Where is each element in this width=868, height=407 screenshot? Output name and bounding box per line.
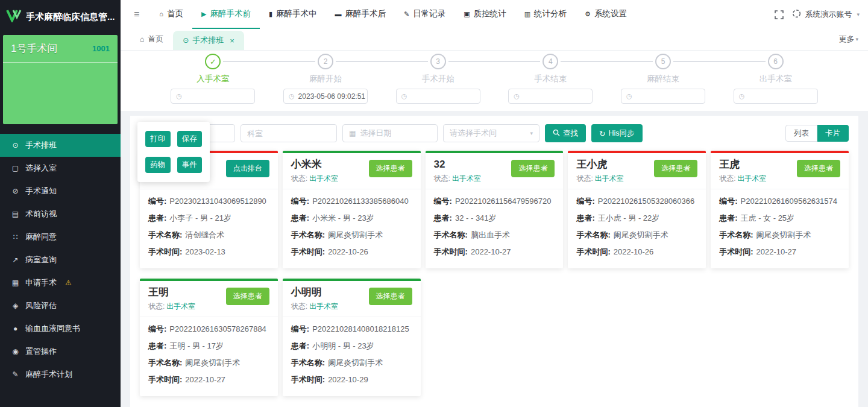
step-time-value: 2023-05-06 09:02:51 xyxy=(298,92,365,101)
step-time-input[interactable]: ◷ xyxy=(621,89,705,104)
tab-surgery-schedule[interactable]: ⊙ 手术排班 × xyxy=(173,31,244,50)
nav-item-label: 麻醉手术中 xyxy=(276,8,317,19)
patient-info-value: 小李子 - 男 - 21岁 xyxy=(169,213,231,222)
operation-name: 手术名称:清创缝合术 xyxy=(148,230,269,241)
his-sync-label: His同步 xyxy=(608,128,634,139)
operation-time-label: 手术时间: xyxy=(291,375,325,384)
patient-no: 编号:P202210261505328060366 xyxy=(576,196,697,207)
sidebar-item-label: 输血血液同意书 xyxy=(25,323,80,334)
step-time-input[interactable]: ◷ xyxy=(508,89,593,104)
more-dropdown[interactable]: 更多 ▾ xyxy=(838,28,858,50)
status-badge[interactable]: 出手术室 xyxy=(452,174,481,183)
search-icon xyxy=(553,129,560,138)
status-badge[interactable]: 出手术室 xyxy=(738,174,767,183)
schedule-icon: ⊙ xyxy=(11,141,20,150)
patient-no-label: 编号: xyxy=(148,197,166,206)
nav-item-pre-op[interactable]: ▶麻醉手术前 xyxy=(192,0,260,29)
patient-info-value: 王虎 - 女 - 25岁 xyxy=(741,213,795,222)
bar-chart-icon: ▥ xyxy=(524,10,530,18)
search-button[interactable]: 查找 xyxy=(545,124,586,142)
check-circle-icon: ⊙ xyxy=(183,36,189,45)
operation-name: 手术名称:阑尾炎切割手术 xyxy=(291,230,412,241)
step-time-input[interactable]: ◷ xyxy=(171,89,255,104)
save-button[interactable]: 保存 xyxy=(177,131,203,147)
select-patient-button[interactable]: 选择患者 xyxy=(511,160,555,177)
status-badge[interactable]: 出手术室 xyxy=(309,302,338,311)
nav-item-home[interactable]: ⌂首页 xyxy=(150,0,192,29)
arrange-button[interactable]: 点击排台 xyxy=(226,160,269,177)
select-patient-button[interactable]: 选择患者 xyxy=(797,160,840,177)
select-patient-button[interactable]: 选择患者 xyxy=(654,160,697,177)
patient-card: 王小虎状态:出手术室选择患者编号:P202210261505328060366患… xyxy=(568,151,706,268)
sidebar-item-apply-surgery[interactable]: ▦申请手术⚠ xyxy=(0,271,121,294)
operation-time-value: 2023-02-13 xyxy=(185,247,225,256)
patient-no: 编号:P202302131043069512890 xyxy=(148,196,269,207)
sidebar-item-label: 病室查询 xyxy=(25,254,57,265)
operation-time-value: 2022-10-26 xyxy=(328,247,368,256)
close-icon[interactable]: × xyxy=(230,36,234,45)
patient-no: 编号:P202210261630578267884 xyxy=(148,324,269,335)
collapse-sidebar-icon[interactable]: ≡ xyxy=(129,9,144,20)
patient-no-value: P202302131043069512890 xyxy=(169,197,266,206)
risk-assess-icon: ◈ xyxy=(11,301,20,310)
sidebar-item-transfusion-consent[interactable]: ●输血血液同意书 xyxy=(0,317,121,340)
sidebar-item-anesthesia-consent[interactable]: ∷麻醉同意 xyxy=(0,226,121,248)
select-patient-button[interactable]: 选择患者 xyxy=(369,288,412,305)
nav-item-post-op[interactable]: ▬麻醉手术后 xyxy=(326,0,395,29)
top-nav: ⌂首页▶麻醉手术前▮麻醉手术中▬麻醉手术后✎日常记录▣质控统计▥统计分析⚙系统设… xyxy=(150,0,636,29)
nav-item-daily-record[interactable]: ✎日常记录 xyxy=(395,0,454,29)
patient-no-value: P202210281408018218125 xyxy=(312,324,409,333)
account-dropdown[interactable]: 系统演示账号 ▾ xyxy=(792,9,860,20)
operation-time-label: 手术时间: xyxy=(291,247,325,256)
sidebar-item-risk-assess[interactable]: ◈风险评估 xyxy=(0,294,121,317)
sidebar-item-anesthesia-plan[interactable]: ✎麻醉手术计划 xyxy=(0,363,121,386)
sidebar-item-catheter[interactable]: ◉置管操作 xyxy=(0,340,121,363)
patient-card: 小明明状态:出手术室选择患者编号:P202210281408018218125患… xyxy=(283,279,421,396)
patient-card: 王虎状态:出手术室选择患者编号:P202210261609562631574患者… xyxy=(711,151,849,268)
step-time-input[interactable]: ◷ xyxy=(734,89,818,104)
status-badge[interactable]: 出手术室 xyxy=(595,174,624,183)
event-button[interactable]: 事件 xyxy=(177,157,203,173)
nav-item-qc-stats[interactable]: ▣质控统计 xyxy=(454,0,515,29)
his-sync-button[interactable]: ↻ His同步 xyxy=(591,124,643,142)
patient-info-value: 王明 - 男 - 17岁 xyxy=(169,341,224,350)
patient-info: 患者:小米米 - 男 - 23岁 xyxy=(291,213,412,224)
tab-home[interactable]: ⌂ 首页 xyxy=(130,28,173,50)
view-card-button[interactable]: 卡片 xyxy=(817,125,849,142)
view-list-button[interactable]: 列表 xyxy=(785,125,817,142)
card-header: 王虎状态:出手术室选择患者 xyxy=(711,153,849,189)
room-select[interactable]: 请选择手术间 ▾ xyxy=(443,124,539,142)
select-patient-button[interactable]: 选择患者 xyxy=(226,288,269,305)
operation-name: 手术名称:阑尾炎切割手术 xyxy=(148,358,269,368)
sidebar-item-enter-room[interactable]: ▢选择入室 xyxy=(0,157,121,180)
app-title: 手术麻醉临床信息管... xyxy=(26,11,115,23)
fullscreen-icon[interactable] xyxy=(775,10,784,19)
operation-name-label: 手术名称: xyxy=(576,230,610,239)
operation-time-label: 手术时间: xyxy=(719,247,753,256)
nav-item-stat-analysis[interactable]: ▥统计分析 xyxy=(515,0,576,29)
print-button[interactable]: 打印 xyxy=(145,131,171,147)
patient-info-value: 小米米 - 男 - 23岁 xyxy=(312,213,374,222)
operation-name-label: 手术名称: xyxy=(148,230,182,239)
sidebar-item-notice[interactable]: ⊘手术通知 xyxy=(0,180,121,203)
department-input[interactable] xyxy=(241,124,337,142)
drug-button[interactable]: 药物 xyxy=(145,157,171,173)
operating-room-card[interactable]: 1号手术间 1001 xyxy=(3,35,118,124)
patient-info-label: 患者: xyxy=(291,213,309,222)
sidebar-item-schedule[interactable]: ⊙手术排班 xyxy=(0,134,121,157)
nav-item-settings[interactable]: ⚙系统设置 xyxy=(576,0,636,29)
select-patient-button[interactable]: 选择患者 xyxy=(369,160,412,177)
operation-name-value: 清创缝合术 xyxy=(185,230,224,239)
sidebar-item-preop-visit[interactable]: ▤术前访视 xyxy=(0,203,121,226)
room-select-placeholder: 请选择手术间 xyxy=(450,128,497,139)
card-header: 小明明状态:出手术室选择患者 xyxy=(283,281,421,317)
step-time-input[interactable]: ◷ xyxy=(396,89,480,104)
status-badge[interactable]: 出手术室 xyxy=(309,174,338,183)
notice-icon: ⊘ xyxy=(11,187,20,195)
step-time-input[interactable]: ◷2023-05-06 09:02:51 xyxy=(283,89,368,104)
nav-item-intra-op[interactable]: ▮麻醉手术中 xyxy=(260,0,326,29)
date-picker-input[interactable]: ▦ 选择日期 xyxy=(342,124,438,142)
sidebar-item-ward-query[interactable]: ↗病室查询 xyxy=(0,248,121,271)
status-badge[interactable]: 出手术室 xyxy=(166,302,195,311)
calendar-icon: ▦ xyxy=(349,129,356,137)
